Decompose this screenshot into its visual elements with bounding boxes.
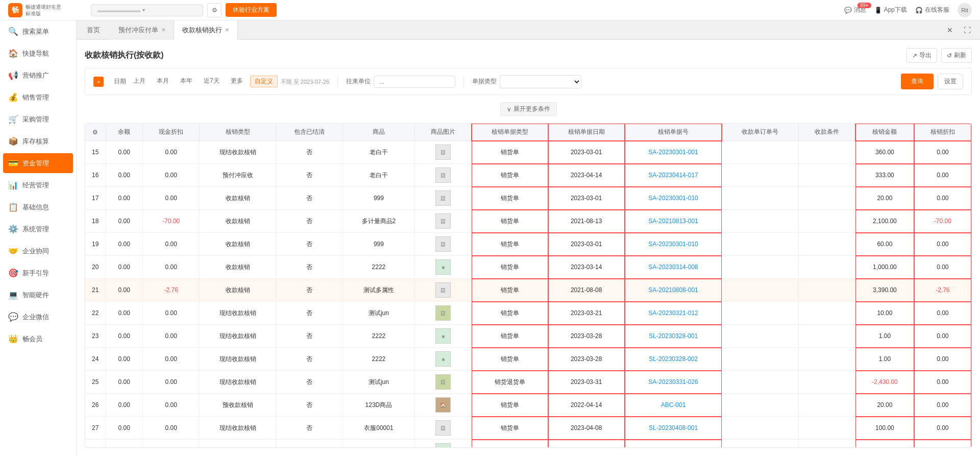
cell-bill-no: SA-20230331-026	[625, 371, 722, 394]
bill-no-link[interactable]: SA-20230314-008	[648, 263, 698, 271]
bill-no-link[interactable]: ABC-001	[661, 401, 686, 409]
app-download-button[interactable]: 📱 App下载	[874, 6, 907, 14]
cell-verify-type: 现结收款核销	[200, 417, 276, 440]
bill-no-link[interactable]: SA-20210813-001	[648, 218, 698, 225]
sidebar-item-marketing[interactable]: 📢 营销推广	[0, 64, 76, 86]
cell-verify-type: 收款核销	[200, 210, 276, 233]
table-row: 26 0.00 0.00 预收款核销 否 123D商品 🏠 销货单 2022-0…	[85, 394, 971, 417]
bill-no-link[interactable]: SA-20230301-001	[648, 149, 698, 156]
tab-verify-close-icon[interactable]: ✕	[225, 27, 229, 33]
sidebar-item-wechat[interactable]: 💬 企业微信	[0, 306, 76, 328]
sidebar-item-nav[interactable]: 🏠 快捷导航	[0, 42, 76, 64]
partner-filter-label: 往来单位	[346, 77, 371, 86]
export-button[interactable]: ↗ 导出	[906, 48, 937, 63]
tab-prepayment[interactable]: 预付冲应付单 ✕	[110, 20, 174, 40]
date-opt-more[interactable]: 更多	[227, 76, 247, 87]
date-opt-cur-year[interactable]: 本年	[176, 76, 197, 87]
sidebar-item-system[interactable]: ⚙️ 系统管理	[0, 218, 76, 240]
sidebar-item-collab[interactable]: 🤝 企业协同	[0, 240, 76, 262]
date-opt-prev-month[interactable]: 上月	[129, 76, 150, 87]
bill-type-filter-select[interactable]	[500, 75, 581, 88]
bill-no-link[interactable]: SL-20230418-001	[649, 447, 698, 448]
table-row: 24 0.00 0.00 现结收款核销 否 2222 ■ 销货单 2023-03…	[85, 348, 971, 371]
gear-button[interactable]: ⚙	[207, 3, 222, 17]
bill-no-link[interactable]: SL-20230408-001	[649, 424, 698, 431]
sidebar-item-finance[interactable]: 💳 资金管理	[3, 153, 73, 173]
sidebar-item-sales[interactable]: 💰 销售管理	[0, 86, 76, 108]
bill-no-link[interactable]: SL-20230328-002	[649, 355, 698, 363]
sidebar-item-member[interactable]: 👑 畅会员	[0, 328, 76, 350]
product-thumbnail: 🖼	[435, 305, 451, 321]
product-thumbnail: 🖼	[435, 374, 451, 390]
cell-included: 否	[276, 348, 343, 371]
cell-product-img: ■	[415, 325, 472, 348]
tab-verify[interactable]: 收款核销执行 ✕	[174, 20, 238, 40]
date-range-display: 不限 至 2023-07-26	[281, 78, 329, 86]
bill-no-link[interactable]: SA-20230321-012	[648, 309, 698, 317]
cell-product-img: 🖼	[415, 210, 472, 233]
cell-included: 否	[276, 141, 343, 164]
date-opt-cur-month[interactable]: 本月	[153, 76, 173, 87]
sidebar-item-inventory[interactable]: 📦 库存核算	[0, 130, 76, 152]
sidebar: 🔍 搜索菜单 🏠 快捷导航 📢 营销推广 💰 销售管理 🛒 采购管理 📦 库存核…	[0, 20, 77, 456]
notification-button[interactable]: 💬 消息 99+	[844, 6, 866, 14]
cell-bill-type: 销货单	[472, 256, 548, 279]
refresh-button[interactable]: ↺ 刷新	[941, 48, 972, 63]
cell-balance: 0.00	[106, 394, 143, 417]
cell-verify-type: 收款核销	[200, 187, 276, 210]
cell-order-no	[722, 302, 798, 325]
bill-no-link[interactable]: SA-20230414-017	[648, 172, 698, 179]
cell-cash-discount: 0.00	[143, 187, 200, 210]
bill-no-link[interactable]: SA-20230301-010	[648, 195, 698, 202]
cell-product: 衣服00001	[342, 417, 414, 440]
col-settings[interactable]: ⚙	[85, 124, 106, 141]
tab-actions: ✕ ⛶	[943, 23, 980, 37]
bill-no-link[interactable]: SA-20210808-001	[648, 286, 698, 294]
cell-order-no	[722, 394, 798, 417]
online-service-button[interactable]: 🎧 在线客服	[915, 6, 949, 14]
cell-included: 否	[276, 302, 343, 325]
cell-product-img: 🖼	[415, 417, 472, 440]
cell-order-no	[722, 325, 798, 348]
cell-discount: 0.00	[914, 371, 971, 394]
cell-product: 测试jun	[342, 371, 414, 394]
cell-id: 17	[85, 187, 106, 210]
search-bar[interactable]: ▬▬▬▬▬▬▬ ▾	[91, 4, 203, 16]
bill-no-link[interactable]: SA-20230331-026	[648, 378, 698, 386]
query-button[interactable]: 查询	[901, 74, 934, 89]
tab-prepayment-close-icon[interactable]: ✕	[161, 27, 165, 33]
industry-button[interactable]: 休验行业方案	[226, 3, 277, 17]
tab-home[interactable]: 首页	[77, 20, 110, 40]
settings-button[interactable]: 设置	[938, 74, 963, 89]
tab-maximize-button[interactable]: ⛶	[961, 23, 974, 37]
sidebar-item-hardware[interactable]: 💻 智能硬件	[0, 284, 76, 306]
sidebar-item-search[interactable]: 🔍 搜索菜单	[0, 20, 76, 42]
bill-no-link[interactable]: SL-20230328-001	[649, 332, 698, 340]
date-opt-custom[interactable]: 自定义	[250, 76, 278, 87]
finance-icon: 💳	[8, 158, 18, 168]
product-thumbnail: ■	[435, 328, 451, 344]
date-opt-7days[interactable]: 近7天	[200, 76, 224, 87]
cell-bill-date: 2023-04-14	[548, 164, 625, 187]
sidebar-item-purchase[interactable]: 🛒 采购管理	[0, 108, 76, 130]
sidebar-item-basic-info[interactable]: 📋 基础信息	[0, 196, 76, 218]
cell-amount: 20.00	[855, 187, 915, 210]
cell-bill-no: SL-20230328-001	[625, 325, 722, 348]
partner-filter-input[interactable]	[374, 76, 455, 88]
expand-more-btn[interactable]: ∨ 展开更多条件	[500, 102, 557, 116]
cell-product-img: 🏠	[415, 394, 472, 417]
cell-amount: 360.00	[855, 141, 915, 164]
cell-id: 28	[85, 440, 106, 448]
cell-amount: 2,100.00	[855, 210, 915, 233]
user-avatar[interactable]: Rit	[958, 3, 972, 17]
bill-no-link[interactable]: SA-20230301-010	[648, 241, 698, 248]
sidebar-item-operations[interactable]: 📊 经营管理	[0, 174, 76, 196]
message-icon: 💬	[844, 7, 852, 14]
cell-verify-type: 预付冲应收	[200, 164, 276, 187]
cell-balance: 0.00	[106, 302, 143, 325]
cell-product-img: 🖼	[415, 187, 472, 210]
tab-close-button[interactable]: ✕	[943, 23, 957, 37]
table-row: 19 0.00 0.00 收款核销 否 999 🖼 销货单 2023-03-01…	[85, 233, 971, 256]
expand-toggle[interactable]: »	[93, 77, 104, 87]
sidebar-item-guide[interactable]: 🎯 新手引导	[0, 262, 76, 284]
